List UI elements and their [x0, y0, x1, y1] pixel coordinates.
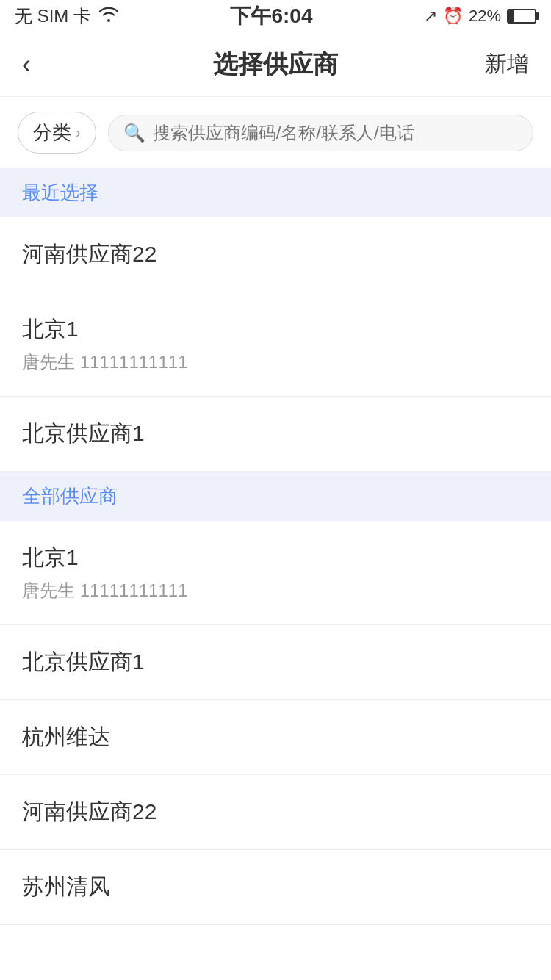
battery-percent: 22% [469, 7, 501, 26]
all-list: 北京1唐先生 11111111111北京供应商1杭州维达河南供应商22苏州清风 [0, 521, 551, 925]
battery-icon [507, 9, 536, 24]
item-sub: 唐先生 11111111111 [22, 579, 529, 602]
no-sim-label: 无 SIM 卡 [15, 4, 91, 28]
item-name: 河南供应商22 [22, 797, 529, 827]
wifi-icon [98, 6, 119, 26]
status-time: 下午6:04 [230, 2, 312, 30]
filter-bar: 分类 › 🔍 [0, 97, 551, 168]
item-name: 北京供应商1 [22, 419, 529, 449]
status-bar: 无 SIM 卡 下午6:04 ↗ ⏰ 22% [0, 0, 551, 32]
recent-section-header: 最近选择 [0, 168, 551, 217]
item-sub: 唐先生 11111111111 [22, 350, 529, 374]
list-item[interactable]: 北京供应商1 [0, 625, 551, 700]
search-box: 🔍 [108, 115, 533, 151]
add-button[interactable]: 新增 [485, 49, 529, 79]
item-name: 北京1 [22, 314, 529, 345]
status-left: 无 SIM 卡 [15, 4, 119, 28]
list-item[interactable]: 北京1唐先生 11111111111 [0, 521, 551, 625]
all-section-label: 全部供应商 [22, 485, 118, 507]
item-name: 苏州清风 [22, 872, 529, 902]
recent-list: 河南供应商22北京1唐先生 11111111111北京供应商1 [0, 217, 551, 472]
item-name: 杭州维达 [22, 722, 529, 752]
list-item[interactable]: 杭州维达 [0, 700, 551, 775]
item-name: 北京1 [22, 543, 529, 573]
list-item[interactable]: 苏州清风 [0, 850, 551, 925]
category-button[interactable]: 分类 › [18, 112, 96, 154]
chevron-right-icon: › [76, 124, 81, 141]
back-button[interactable]: ‹ [22, 49, 66, 80]
item-name: 北京供应商1 [22, 647, 529, 677]
list-item[interactable]: 河南供应商22 [0, 217, 551, 292]
nav-bar: ‹ 选择供应商 新增 [0, 32, 551, 97]
location-icon: ↗ [424, 7, 437, 26]
list-item[interactable]: 河南供应商22 [0, 775, 551, 850]
search-input[interactable] [153, 123, 518, 143]
alarm-icon: ⏰ [443, 7, 463, 26]
status-right: ↗ ⏰ 22% [424, 7, 536, 26]
page-title: 选择供应商 [213, 48, 338, 82]
item-name: 河南供应商22 [22, 239, 529, 270]
category-label: 分类 [33, 120, 71, 145]
recent-section-label: 最近选择 [22, 181, 98, 203]
list-item[interactable]: 北京1唐先生 11111111111 [0, 292, 551, 397]
all-section-header: 全部供应商 [0, 472, 551, 521]
search-icon: 🔍 [123, 123, 145, 143]
list-item[interactable]: 北京供应商1 [0, 397, 551, 472]
